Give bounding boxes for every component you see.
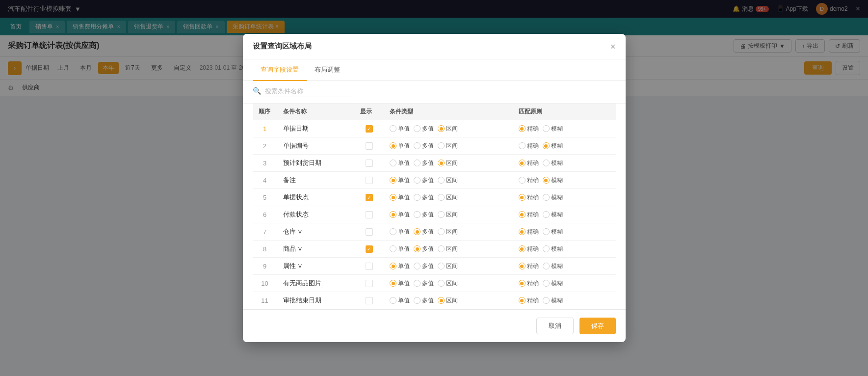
dialog-close-button[interactable]: × xyxy=(610,42,616,51)
search-input[interactable] xyxy=(265,87,351,95)
settings-dialog: 设置查询区域布局 × 查询字段设置 布局调整 🔍 顺序 条件名称 显示 xyxy=(243,34,626,96)
dialog-title: 设置查询区域布局 xyxy=(253,42,312,51)
dialog-search-area: 🔍 xyxy=(243,81,626,96)
dialog-tab-fields[interactable]: 查询字段设置 xyxy=(253,59,307,81)
search-wrap: 🔍 xyxy=(253,87,351,96)
dialog-header: 设置查询区域布局 × xyxy=(243,34,626,59)
modal-overlay: 设置查询区域布局 × 查询字段设置 布局调整 🔍 顺序 条件名称 显示 xyxy=(0,0,868,96)
search-icon: 🔍 xyxy=(253,87,261,95)
dialog-tab-layout[interactable]: 布局调整 xyxy=(307,59,348,81)
dialog-tabs: 查询字段设置 布局调整 xyxy=(243,59,626,81)
